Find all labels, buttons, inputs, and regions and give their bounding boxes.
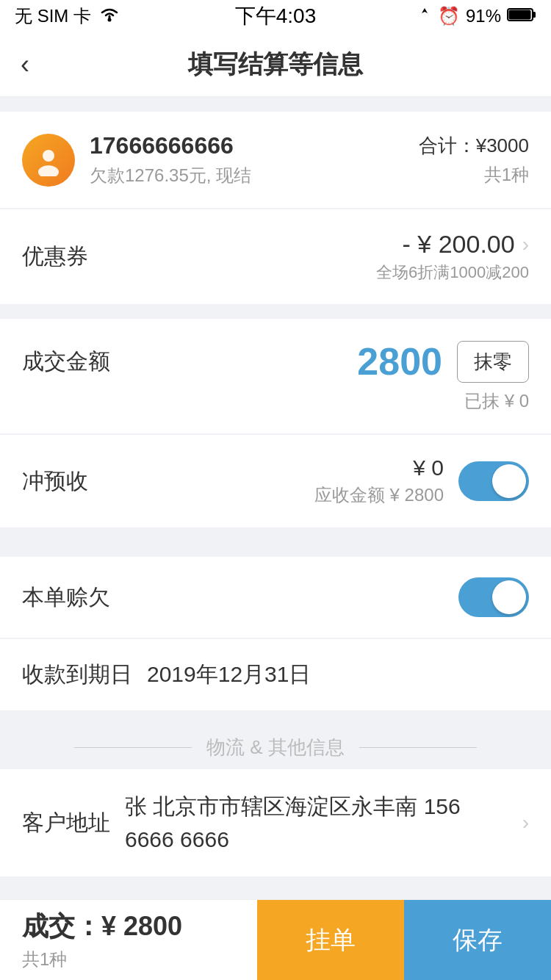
coupon-desc: 全场6折满1000减200 bbox=[376, 262, 529, 284]
logistics-label: 物流 & 其他信息 bbox=[74, 735, 477, 760]
svg-point-5 bbox=[38, 165, 59, 176]
customer-info: 17666666666 欠款1276.35元, 现结 bbox=[90, 132, 251, 187]
section-divider-1 bbox=[0, 304, 551, 319]
duedate-value: 2019年12月31日 bbox=[147, 660, 311, 690]
save-button[interactable]: 保存 bbox=[404, 900, 551, 981]
duedate-section: 收款到期日 2019年12月31日 bbox=[0, 639, 551, 710]
duedate-row: 收款到期日 2019年12月31日 bbox=[22, 660, 529, 690]
amount-value: 2800 bbox=[357, 339, 442, 383]
customer-debt: 欠款1276.35元, 现结 bbox=[90, 164, 251, 187]
status-time: 下午4:03 bbox=[235, 2, 317, 30]
sim-text: 无 SIM 卡 bbox=[15, 4, 91, 28]
amount-right: 2800 抹零 bbox=[357, 339, 529, 383]
address-section[interactable]: 客户地址 张 北京市市辖区海淀区永丰南 156 6666 6666 › bbox=[0, 769, 551, 876]
avatar bbox=[22, 134, 75, 187]
prereceive-sub: 应收金额 ¥ 2800 bbox=[314, 483, 444, 507]
total-count: 共1种 bbox=[419, 163, 529, 187]
coupon-label: 优惠券 bbox=[22, 242, 88, 272]
coupon-row[interactable]: 优惠券 - ¥ 200.00 › 全场6折满1000减200 bbox=[0, 209, 551, 304]
customer-left: 17666666666 欠款1276.35元, 现结 bbox=[22, 132, 251, 187]
toggle-thumb bbox=[492, 464, 526, 498]
section-divider-2 bbox=[0, 527, 551, 542]
prereceive-value-wrap: ¥ 0 应收金额 ¥ 2800 bbox=[314, 455, 444, 507]
amount-sub: 已抹 ¥ 0 bbox=[22, 389, 529, 413]
bottom-summary: 成交：¥ 2800 共1种 bbox=[0, 909, 257, 971]
back-button[interactable]: ‹ bbox=[21, 49, 29, 80]
prereceive-label: 冲预收 bbox=[22, 466, 88, 497]
battery-icon bbox=[507, 6, 536, 26]
bottom-deal-label: 成交： bbox=[22, 911, 101, 941]
pending-button[interactable]: 挂单 bbox=[257, 900, 404, 981]
debt-section: 本单赊欠 bbox=[0, 557, 551, 638]
customer-card: 17666666666 欠款1276.35元, 现结 合计：¥3000 共1种 bbox=[0, 112, 551, 208]
round-button[interactable]: 抹零 bbox=[457, 341, 529, 383]
location-icon bbox=[417, 6, 432, 26]
logistics-divider: 物流 & 其他信息 bbox=[0, 725, 551, 769]
total-label: 合计：¥3000 bbox=[419, 133, 529, 159]
bottom-deal: 成交：¥ 2800 bbox=[22, 909, 235, 945]
nav-bar: ‹ 填写结算等信息 bbox=[0, 32, 551, 97]
amount-section: 成交金额 2800 抹零 已抹 ¥ 0 bbox=[0, 319, 551, 433]
amount-row: 成交金额 2800 抹零 bbox=[22, 339, 529, 383]
amount-label: 成交金额 bbox=[22, 347, 110, 377]
prereceive-toggle[interactable] bbox=[458, 461, 529, 501]
prereceive-value: ¥ 0 bbox=[314, 455, 444, 480]
prereceive-right: ¥ 0 应收金额 ¥ 2800 bbox=[314, 455, 529, 507]
status-left: 无 SIM 卡 bbox=[15, 4, 120, 28]
prereceive-row: 冲预收 ¥ 0 应收金额 ¥ 2800 bbox=[22, 455, 529, 507]
alarm-icon: ⏰ bbox=[438, 6, 460, 26]
bottom-count: 共1种 bbox=[22, 948, 235, 971]
address-label: 客户地址 bbox=[22, 808, 110, 838]
debt-label: 本单赊欠 bbox=[22, 583, 110, 613]
duedate-label: 收款到期日 bbox=[22, 660, 132, 690]
customer-phone: 17666666666 bbox=[90, 132, 251, 159]
coupon-amount: - ¥ 200.00 bbox=[403, 230, 515, 259]
chevron-right-icon: › bbox=[522, 233, 529, 256]
address-value: 张 北京市市辖区海淀区永丰南 156 6666 6666 bbox=[125, 790, 515, 856]
debt-toggle-thumb bbox=[492, 580, 526, 614]
page-title: 填写结算等信息 bbox=[188, 48, 363, 82]
bottom-deal-amount: ¥ 2800 bbox=[101, 911, 182, 941]
status-bar: 无 SIM 卡 下午4:03 ⏰ 91% bbox=[0, 0, 551, 32]
coupon-right: - ¥ 200.00 › 全场6折满1000减200 bbox=[376, 230, 529, 284]
wifi-icon bbox=[98, 6, 120, 26]
customer-right: 合计：¥3000 共1种 bbox=[419, 133, 529, 187]
battery-percent: 91% bbox=[466, 6, 501, 26]
svg-rect-3 bbox=[509, 10, 531, 20]
prereceive-section: 冲预收 ¥ 0 应收金额 ¥ 2800 bbox=[0, 435, 551, 527]
debt-toggle[interactable] bbox=[458, 577, 529, 617]
bottom-bar: 成交：¥ 2800 共1种 挂单 保存 bbox=[0, 899, 551, 980]
status-right: ⏰ 91% bbox=[417, 6, 536, 26]
svg-point-0 bbox=[108, 18, 112, 22]
svg-rect-2 bbox=[533, 12, 536, 18]
svg-point-4 bbox=[43, 150, 54, 162]
address-chevron-icon: › bbox=[522, 811, 529, 835]
